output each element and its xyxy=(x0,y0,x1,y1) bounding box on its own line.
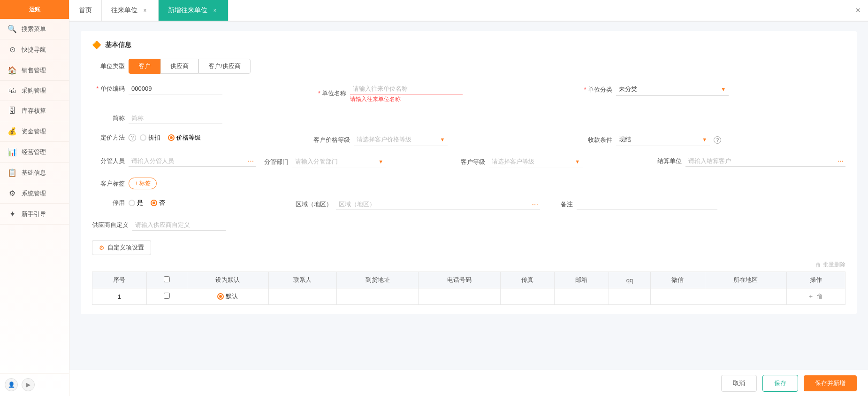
unit-code-input[interactable] xyxy=(129,83,222,94)
pricing-row: 定价方法 ? 折扣 价格等级 客户价格等级 xyxy=(92,133,845,146)
settlement-more-btn[interactable]: ··· xyxy=(836,157,845,165)
chevron-down-icon: ▼ xyxy=(575,159,580,164)
row-wechat[interactable] xyxy=(651,288,705,305)
unit-name-input[interactable] xyxy=(350,83,463,94)
col-checkbox[interactable] xyxy=(146,272,187,288)
row-qq[interactable] xyxy=(609,288,650,305)
sidebar-item-shortcut[interactable]: ⊙ 快捷导航 xyxy=(0,39,69,60)
row-contact[interactable] xyxy=(268,288,336,305)
close-all-tabs[interactable]: × xyxy=(848,0,868,21)
no-radio[interactable] xyxy=(151,200,157,206)
finance-icon: 💰 xyxy=(8,127,17,136)
unit-category-label: 单位分类 xyxy=(579,85,612,94)
manager-more-btn[interactable]: ··· xyxy=(246,157,256,165)
col-email: 邮箱 xyxy=(555,272,609,288)
disabled-no[interactable]: 否 xyxy=(151,199,165,207)
unit-category-select[interactable]: 未分类 ▼ xyxy=(616,83,729,96)
row-region[interactable] xyxy=(705,288,786,305)
level-radio[interactable] xyxy=(168,134,175,141)
supplier-custom-input[interactable] xyxy=(132,219,226,231)
sidebar-avatar[interactable]: 👤 xyxy=(5,378,18,391)
tab-add-partner-close[interactable]: × xyxy=(211,7,219,14)
col-default: 设为默认 xyxy=(187,272,268,288)
search-icon: 🔍 xyxy=(8,24,17,33)
region-input[interactable] xyxy=(336,199,530,210)
abbr-input[interactable] xyxy=(129,113,222,124)
remarks-input[interactable] xyxy=(577,199,717,210)
sidebar-item-system[interactable]: ⚙ 系统管理 xyxy=(0,183,69,204)
sidebar-item-inventory[interactable]: 🗄 库存核算 xyxy=(0,101,69,121)
sidebar-item-basic[interactable]: 📋 基础信息 xyxy=(0,163,69,183)
tags-label: 客户标签 xyxy=(92,179,125,188)
unit-type-customer[interactable]: 客户 xyxy=(129,59,160,74)
pricing-discount[interactable]: 折扣 xyxy=(140,133,160,142)
save-new-button[interactable]: 保存并新增 xyxy=(804,375,857,391)
sidebar-expand-btn[interactable]: ▶ xyxy=(22,378,35,391)
customer-level-select[interactable]: 请选择客户等级 ▼ xyxy=(489,155,583,168)
row-phone[interactable] xyxy=(419,288,500,305)
payment-terms-select[interactable]: 现结 ▼ xyxy=(616,133,710,146)
pricing-level[interactable]: 价格等级 xyxy=(168,133,201,142)
discount-radio[interactable] xyxy=(140,134,146,141)
chevron-down-icon: ▼ xyxy=(378,159,383,164)
region-more-btn[interactable]: ··· xyxy=(530,200,540,209)
row-default[interactable]: 默认 xyxy=(187,288,268,305)
row-email[interactable] xyxy=(555,288,609,305)
save-button[interactable]: 保存 xyxy=(762,375,798,392)
settlement-label: 结算单位 xyxy=(649,157,682,165)
default-radio[interactable] xyxy=(217,293,224,300)
yes-radio[interactable] xyxy=(129,200,135,206)
sidebar: 运账 🔍 搜索菜单 ⊙ 快捷导航 🏠 销售管理 🛍 采购管理 🗄 库存核算 💰 … xyxy=(0,0,69,396)
cancel-button[interactable]: 取消 xyxy=(721,375,757,392)
batch-delete-area[interactable]: 🗑 批量删除 xyxy=(92,261,845,269)
custom-settings-btn[interactable]: ⚙ 自定义项设置 xyxy=(92,240,151,255)
sidebar-bottom: 👤 ▶ xyxy=(0,373,69,396)
tab-home[interactable]: 首页 xyxy=(69,0,102,21)
add-row-icon[interactable]: + xyxy=(809,293,813,300)
sidebar-item-label: 库存核算 xyxy=(22,107,46,115)
disabled-radio-group: 是 否 xyxy=(129,199,165,207)
unit-code-field: 单位编码 xyxy=(92,83,313,94)
sidebar-item-operation[interactable]: 📊 经营管理 xyxy=(0,142,69,163)
sidebar-item-guide[interactable]: ✦ 新手引导 xyxy=(0,204,69,225)
guide-icon: ✦ xyxy=(8,210,17,218)
add-tag-btn[interactable]: + 标签 xyxy=(129,178,157,189)
sidebar-item-sales[interactable]: 🏠 销售管理 xyxy=(0,60,69,81)
unit-type-both[interactable]: 客户/供应商 xyxy=(198,59,251,74)
tab-partners-close[interactable]: × xyxy=(141,7,149,14)
select-all-checkbox[interactable] xyxy=(164,276,170,282)
disabled-yes[interactable]: 是 xyxy=(129,199,143,207)
customer-price-select[interactable]: 请选择客户价格等级 ▼ xyxy=(354,133,448,146)
unit-type-supplier[interactable]: 供应商 xyxy=(160,59,198,74)
payment-terms-field: 收款条件 现结 ▼ ? xyxy=(579,133,845,146)
row-fax[interactable] xyxy=(500,288,555,305)
manager-input[interactable] xyxy=(129,155,246,166)
tab-partners[interactable]: 往来单位 × xyxy=(102,0,159,21)
tab-home-label: 首页 xyxy=(79,6,92,15)
sidebar-item-purchase[interactable]: 🛍 采购管理 xyxy=(0,81,69,101)
payment-terms-label: 收款条件 xyxy=(579,136,612,144)
unit-name-field: 单位名称 请输入往来单位名称 xyxy=(313,83,579,103)
col-qq: qq xyxy=(609,272,650,288)
batch-delete-label[interactable]: 批量删除 xyxy=(823,261,845,269)
row-checkbox[interactable] xyxy=(146,288,187,305)
tab-add-partner[interactable]: 新增往来单位 × xyxy=(159,0,228,21)
col-phone: 电话号码 xyxy=(419,272,500,288)
unit-type-row: 单位类型 客户 供应商 客户/供应商 xyxy=(92,59,845,74)
settlement-field: 结算单位 ··· xyxy=(649,155,845,167)
remarks-field: 备注 xyxy=(540,199,845,210)
dept-select[interactable]: 请输入分管部门 ▼ xyxy=(292,155,386,168)
pricing-help-icon[interactable]: ? xyxy=(129,134,136,141)
col-fax: 传真 xyxy=(500,272,555,288)
sidebar-item-label: 新手引导 xyxy=(22,210,46,218)
payment-help-icon[interactable]: ? xyxy=(714,136,721,144)
row-address[interactable] xyxy=(336,288,418,305)
sidebar-item-search[interactable]: 🔍 搜索菜单 xyxy=(0,19,69,39)
settlement-input[interactable] xyxy=(685,155,836,166)
sidebar-item-finance[interactable]: 💰 资金管理 xyxy=(0,121,69,142)
settlement-input-group: ··· xyxy=(685,155,845,167)
delete-row-icon[interactable]: 🗑 xyxy=(816,293,823,300)
sidebar-item-label: 搜索菜单 xyxy=(22,25,46,33)
unit-name-error: 请输入往来单位名称 xyxy=(350,95,579,103)
col-contact: 联系人 xyxy=(268,272,336,288)
